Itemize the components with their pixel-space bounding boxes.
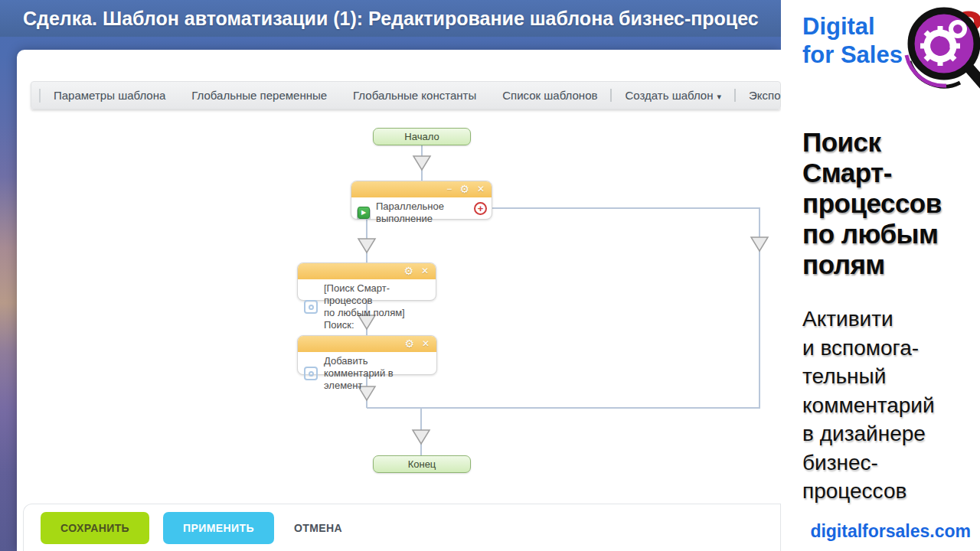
activity-block-parallel-execution[interactable]: − ⚙ ✕ ▶ Параллельное выполнение +	[351, 181, 492, 220]
activity-icon-dot	[309, 305, 314, 310]
logo-wordmark: Digital for Sales	[802, 12, 903, 69]
screen: Сделка. Шаблон автоматизации (1): Редакт…	[0, 0, 980, 551]
activity-block-header: ⚙ ✕	[298, 263, 436, 279]
activity-block-smart-process-search[interactable]: ⚙ ✕ [Поиск Смарт-процессов по любым поля…	[297, 262, 436, 301]
magnifier-gear-logo-icon: ?	[900, 0, 980, 90]
activity-icon	[304, 300, 318, 314]
apply-button[interactable]: ПРИМЕНИТЬ	[163, 512, 274, 544]
activity-block-body: [Поиск Смарт-процессов по любым полям] П…	[298, 279, 436, 334]
parallel-execution-icon: ▶	[358, 207, 370, 219]
settings-gear-icon[interactable]: ⚙	[459, 181, 469, 197]
add-branch-button[interactable]: +	[474, 202, 487, 215]
activity-block-title: Добавить комментарий в элемент	[324, 355, 430, 392]
save-button[interactable]: СОХРАНИТЬ	[41, 512, 149, 544]
branding-sidebar: Digital for Sales ?	[781, 0, 980, 551]
activity-block-body: Добавить комментарий в элемент	[298, 352, 436, 395]
flow-start-node: Начало	[373, 128, 471, 145]
activity-block-title: [Поиск Смарт-процессов по любым полям] П…	[324, 282, 430, 331]
save-panel: СОХРАНИТЬ ПРИМЕНИТЬ ОТМЕНА	[23, 504, 781, 551]
activity-icon-dot	[309, 371, 314, 377]
close-icon[interactable]: ✕	[422, 336, 430, 352]
activity-block-title: Параллельное выполнение	[376, 201, 444, 225]
logo-line1: Digital	[802, 12, 903, 41]
website-link[interactable]: digitalforsales.com	[810, 521, 971, 542]
activity-block-header: − ⚙ ✕	[351, 181, 492, 197]
settings-gear-icon[interactable]: ⚙	[404, 336, 414, 352]
process-designer-panel: Параметры шаблона Глобальные переменные …	[17, 50, 781, 551]
sidebar-description: Активити и вспомога- тельный комментарий…	[802, 305, 975, 506]
close-icon[interactable]: ✕	[477, 181, 485, 197]
logo-line2: for Sales	[802, 41, 903, 69]
activity-block-header: ⚙ ✕	[298, 336, 436, 352]
close-icon[interactable]: ✕	[421, 263, 429, 279]
cancel-button[interactable]: ОТМЕНА	[289, 521, 347, 535]
activity-icon	[304, 367, 318, 380]
flow-end-node: Конец	[373, 455, 471, 473]
sidebar-heading: Поиск Смарт- процессов по любым полям	[802, 127, 975, 280]
activity-block-add-comment[interactable]: ⚙ ✕ Добавить комментарий в элемент	[297, 335, 437, 375]
window-title: Сделка. Шаблон автоматизации (1): Редакт…	[0, 0, 781, 37]
settings-gear-icon[interactable]: ⚙	[403, 263, 413, 279]
minimize-icon[interactable]: −	[446, 181, 452, 197]
activity-block-body: ▶ Параллельное выполнение	[351, 197, 492, 228]
